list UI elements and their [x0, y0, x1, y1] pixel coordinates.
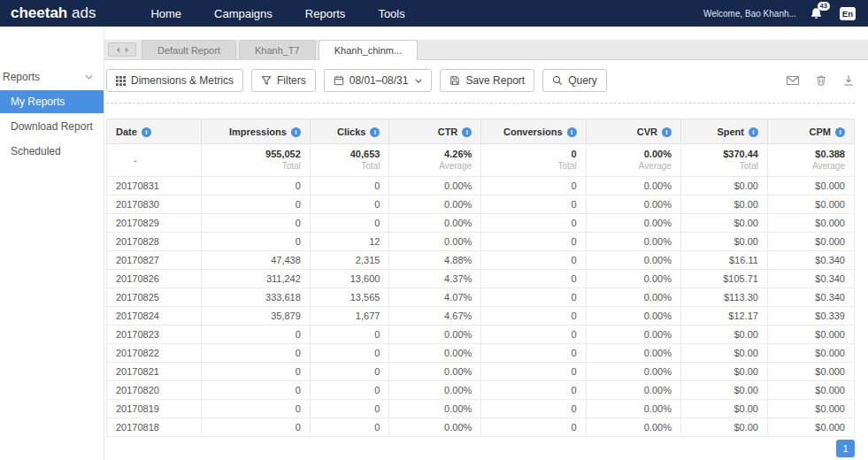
info-icon[interactable]: i: [662, 127, 672, 137]
summary-value: 4.26%: [398, 149, 472, 160]
value-cell: $0.00: [680, 326, 767, 344]
mail-icon[interactable]: [786, 73, 800, 88]
tab-khanh-chinm[interactable]: Khanh_chinm...: [319, 40, 418, 60]
column-header-impressions[interactable]: Impressionsi: [202, 119, 311, 144]
date-cell: 20170826: [107, 270, 202, 288]
value-cell: 0: [310, 177, 389, 196]
summary-sub-label: Total: [319, 161, 380, 172]
value-cell: 0: [310, 344, 389, 363]
column-header-date[interactable]: Datei: [107, 119, 202, 144]
value-cell: $0.000: [767, 214, 854, 233]
value-cell: 4.67%: [389, 307, 481, 326]
nav-item-home[interactable]: Home: [150, 7, 181, 20]
value-cell: 333,618: [202, 288, 311, 307]
date-range-label: 08/01–08/31: [350, 74, 409, 87]
trash-icon[interactable]: [815, 74, 827, 87]
nav-item-tools[interactable]: Tools: [378, 7, 404, 20]
notifications-button[interactable]: 43: [810, 7, 823, 20]
summary-cell: 4.26%Average: [389, 144, 481, 177]
chevron-down-icon: [85, 74, 93, 80]
save-report-button[interactable]: Save Report: [440, 69, 534, 92]
value-cell: 0.00%: [586, 344, 680, 363]
info-icon[interactable]: i: [567, 127, 577, 137]
value-cell: 311,242: [202, 270, 311, 288]
value-cell: 2,315: [310, 251, 389, 270]
value-cell: $0.000: [767, 344, 854, 363]
sidebar-item-download-report[interactable]: Download Report: [0, 115, 104, 138]
nav-item-reports[interactable]: Reports: [305, 7, 346, 20]
tab-prev-icon[interactable]: [116, 47, 120, 53]
download-icon[interactable]: [842, 74, 855, 87]
column-label: CVR: [637, 126, 657, 137]
column-label: Date: [116, 126, 137, 137]
summary-sub-label: Total: [490, 161, 576, 172]
value-cell: 0.00%: [389, 196, 481, 214]
pagination: 1: [836, 440, 855, 457]
search-icon: [552, 75, 563, 86]
sidebar-group-reports[interactable]: Reports: [0, 65, 104, 90]
date-cell: 20170824: [107, 307, 202, 326]
language-button[interactable]: En: [840, 7, 856, 20]
date-cell: 20170825: [107, 288, 202, 307]
value-cell: 0: [481, 177, 586, 196]
value-cell: 0.00%: [389, 233, 481, 251]
value-cell: 0: [310, 196, 389, 214]
dimensions-metrics-button[interactable]: Dimensions & Metrics: [106, 69, 243, 92]
summary-cell: 0.00%Average: [586, 144, 680, 177]
value-cell: $0.00: [680, 177, 767, 196]
date-cell: 20170819: [107, 400, 202, 418]
value-cell: 0.00%: [586, 363, 680, 381]
sidebar-item-my-reports[interactable]: My Reports: [0, 90, 104, 113]
query-button[interactable]: Query: [542, 69, 607, 92]
main-layout: Reports My Reports Download Report Sched…: [0, 27, 868, 460]
date-cell: 20170823: [107, 326, 202, 344]
welcome-user-link[interactable]: Welcome, Bao Khanh...: [703, 9, 796, 19]
value-cell: 0: [310, 214, 389, 233]
value-cell: $0.340: [767, 251, 854, 270]
app-logo[interactable]: cheetah ads: [11, 4, 96, 22]
tab-next-icon[interactable]: [125, 47, 129, 53]
sidebar-item-scheduled[interactable]: Scheduled: [0, 140, 104, 163]
value-cell: $0.00: [680, 400, 767, 418]
value-cell: $0.000: [767, 363, 854, 381]
column-header-cvr[interactable]: CVRi: [586, 119, 680, 144]
value-cell: 0: [481, 344, 586, 363]
tab-scroll-arrows[interactable]: [108, 42, 136, 57]
value-cell: 0.00%: [586, 307, 680, 326]
value-cell: $0.000: [767, 418, 854, 437]
info-icon[interactable]: i: [291, 127, 301, 137]
value-cell: 4.37%: [389, 270, 481, 288]
value-cell: 4.88%: [389, 251, 481, 270]
value-cell: 0.00%: [389, 418, 481, 437]
info-icon[interactable]: i: [462, 127, 472, 137]
info-icon[interactable]: i: [370, 127, 380, 137]
value-cell: 0.00%: [586, 381, 680, 400]
value-cell: 0: [310, 326, 389, 344]
summary-cell: $0.388Average: [767, 144, 854, 177]
filters-button[interactable]: Filters: [251, 69, 316, 92]
tab-default-report[interactable]: Default Report: [142, 40, 236, 59]
summary-sub-label: Total: [690, 161, 758, 172]
save-icon: [449, 75, 460, 86]
column-header-cpm[interactable]: CPMi: [767, 119, 854, 144]
column-header-spent[interactable]: Spenti: [680, 119, 767, 144]
value-cell: $113.30: [680, 288, 767, 307]
summary-sub-label: Average: [777, 161, 845, 172]
value-cell: 0: [202, 418, 311, 437]
value-cell: 0.00%: [586, 177, 680, 196]
info-icon[interactable]: i: [835, 127, 845, 137]
value-cell: 0: [481, 196, 586, 214]
info-icon[interactable]: i: [142, 127, 151, 137]
column-header-conversions[interactable]: Conversionsi: [481, 119, 586, 144]
value-cell: 0: [202, 344, 311, 363]
info-icon[interactable]: i: [749, 127, 758, 137]
date-cell: 20170831: [107, 177, 202, 196]
value-cell: 0.00%: [389, 177, 481, 196]
value-cell: 0.00%: [586, 270, 680, 288]
tab-khanh-t7[interactable]: Khanh_T7: [239, 40, 316, 59]
column-header-ctr[interactable]: CTRi: [389, 119, 481, 144]
date-range-button[interactable]: 08/01–08/31: [324, 69, 433, 92]
column-header-clicks[interactable]: Clicksi: [310, 119, 389, 144]
nav-item-campaigns[interactable]: Campaigns: [214, 7, 273, 20]
page-1-button[interactable]: 1: [836, 440, 855, 457]
